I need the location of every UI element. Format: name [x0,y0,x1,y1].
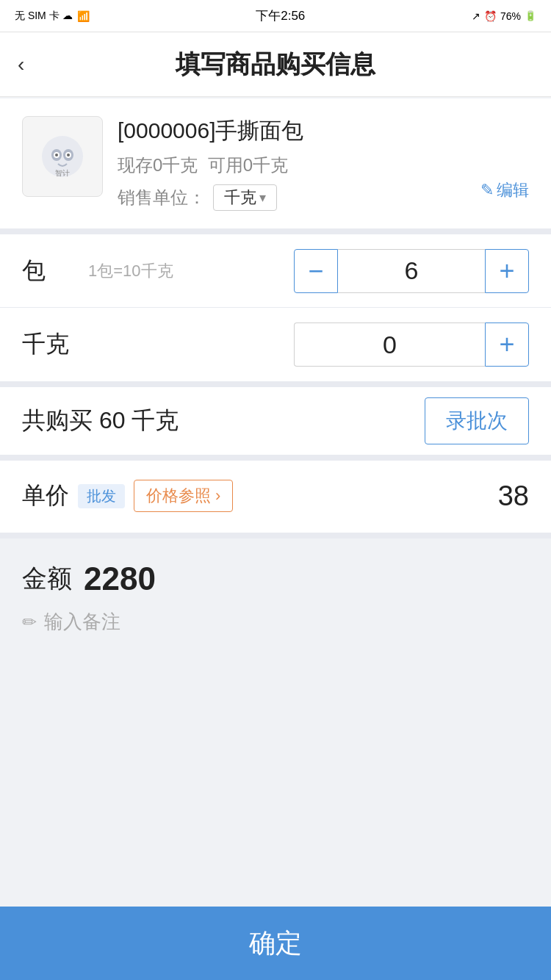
status-time: 下午2:56 [256,7,305,24]
qty-input-bao[interactable] [338,249,485,293]
input-row-kg: 千克 + [0,308,551,381]
chevron-down-icon: ▾ [259,190,266,206]
product-unit: 销售单位： 千克 ▾ [118,184,529,211]
product-name: [0000006]手撕面包 [118,116,529,146]
qty-control-bao: − + [294,249,529,293]
no-sim-label: 无 SIM 卡 ☁ [15,10,73,23]
increment-kg-button[interactable]: + [485,323,529,367]
svg-point-5 [55,154,58,156]
battery-icon: 🔋 [525,10,536,21]
input-row-bao: 包 1包=10千克 − + [0,234,551,308]
price-row: 单价 批发 价格参照 › 38 [22,480,529,512]
unit-select[interactable]: 千克 ▾ [213,184,277,211]
decrement-bao-button[interactable]: − [294,249,338,293]
input-section: 包 1包=10千克 − + 千克 + [0,234,551,387]
price-badge: 批发 [78,484,125,508]
amount-value: 2280 [84,561,156,597]
product-thumbnail: 智计 [22,116,103,197]
note-row[interactable]: ✏ 输入备注 [22,609,529,635]
price-section: 单价 批发 价格参照 › 38 [0,461,551,538]
confirm-text: 确定 [249,926,302,962]
input-label-bao: 包 [22,255,81,287]
battery-label: 76% [500,10,521,22]
location-icon: ↗ [472,10,480,22]
note-icon: ✏ [22,612,37,633]
batch-button[interactable]: 录批次 [425,397,529,444]
alarm-icon: ⏰ [484,10,497,22]
input-label-kg: 千克 [22,328,81,361]
svg-text:智计: 智计 [55,169,70,177]
increment-bao-button[interactable]: + [485,249,529,293]
edit-button[interactable]: ✎ 编辑 [480,179,529,201]
total-text: 共购买 60 千克 [22,405,179,437]
product-stock: 现存0千克 可用0千克 [118,154,529,177]
wifi-icon: 📶 [77,10,90,22]
qty-input-kg[interactable] [294,323,485,367]
price-ref-button[interactable]: 价格参照 › [134,480,233,512]
product-info: [0000006]手撕面包 现存0千克 可用0千克 销售单位： 千克 ▾ [118,116,529,211]
note-placeholder: 输入备注 [44,609,120,635]
edit-icon: ✎ [480,181,494,200]
nav-bar: ‹ 填写商品购买信息 [0,32,551,97]
total-row: 共购买 60 千克 录批次 [0,387,551,461]
bottom-spacer [0,642,551,716]
amount-section: 金额 2280 ✏ 输入备注 [0,538,551,642]
amount-label: 金额 [22,562,72,596]
price-value: 38 [498,480,529,512]
page-title: 填写商品购买信息 [176,48,375,82]
back-button[interactable]: ‹ [18,53,24,76]
confirm-bar[interactable]: 确定 [0,907,551,980]
input-hint-bao: 1包=10千克 [88,260,294,282]
price-label: 单价 批发 价格参照 › [22,480,233,512]
status-right: ↗ ⏰ 76% 🔋 [472,10,536,22]
status-left: 无 SIM 卡 ☁ 📶 [15,10,90,23]
product-card: 智计 [0000006]手撕面包 现存0千克 可用0千克 销售单位： 千克 ▾ … [0,98,551,234]
svg-point-6 [67,154,70,156]
amount-row: 金额 2280 [22,561,529,597]
status-bar: 无 SIM 卡 ☁ 📶 下午2:56 ↗ ⏰ 76% 🔋 [0,0,551,32]
qty-control-kg: + [294,323,529,367]
